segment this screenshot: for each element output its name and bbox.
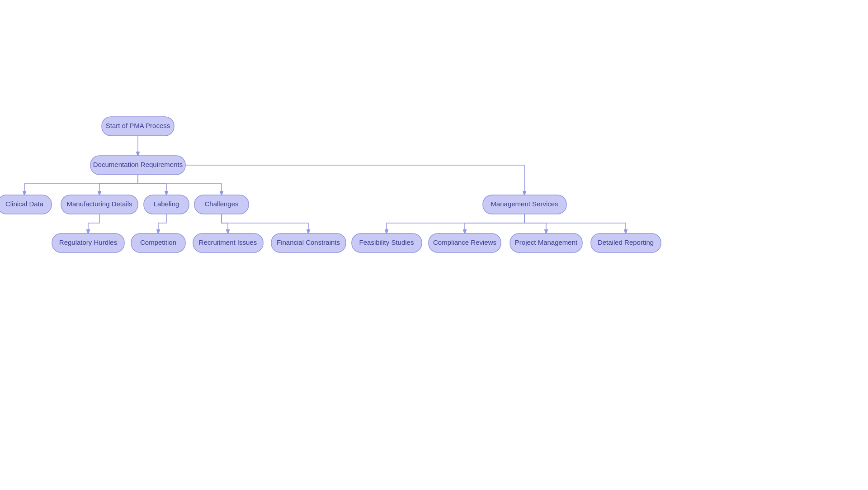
node-comp-label: Competition — [140, 238, 176, 246]
node-feasibility-label: Feasibility Studies — [359, 238, 414, 246]
node-challenges-label: Challenges — [204, 200, 238, 208]
diagram: Start of PMA Process Documentation Requi… — [0, 0, 868, 490]
node-start-label: Start of PMA Process — [106, 122, 170, 129]
node-reg-label: Regulatory Hurdles — [59, 238, 117, 246]
edge-doc-clinical — [24, 175, 138, 195]
node-mgmt-label: Management Services — [491, 200, 558, 208]
edge-mgmt-detailed — [524, 214, 626, 233]
node-detailed-label: Detailed Reporting — [598, 238, 654, 246]
edge-doc-challenges — [138, 175, 222, 195]
edge-challenges-recruit — [222, 214, 228, 233]
edge-mgmt-projmgmt — [524, 214, 546, 233]
node-financial-label: Financial Constraints — [277, 238, 340, 246]
node-projmgmt-label: Project Management — [515, 238, 578, 246]
node-recruit-label: Recruitment Issues — [199, 238, 257, 246]
edge-doc-mgmt — [185, 165, 524, 195]
node-clinical-label: Clinical Data — [5, 200, 44, 208]
edge-mfg-reg — [88, 214, 99, 233]
edge-label-comp — [158, 214, 166, 233]
node-label-label: Labeling — [154, 200, 179, 208]
node-doc-label: Documentation Requirements — [93, 161, 183, 168]
edge-mgmt-feasibility — [387, 214, 524, 233]
node-mfg-label: Manufacturing Details — [66, 200, 132, 208]
edge-doc-mfg — [99, 175, 138, 195]
edge-doc-label — [138, 175, 166, 195]
node-compliance-label: Compliance Reviews — [433, 238, 496, 246]
edge-challenges-financial — [222, 214, 308, 233]
edge-mgmt-compliance — [465, 214, 524, 233]
